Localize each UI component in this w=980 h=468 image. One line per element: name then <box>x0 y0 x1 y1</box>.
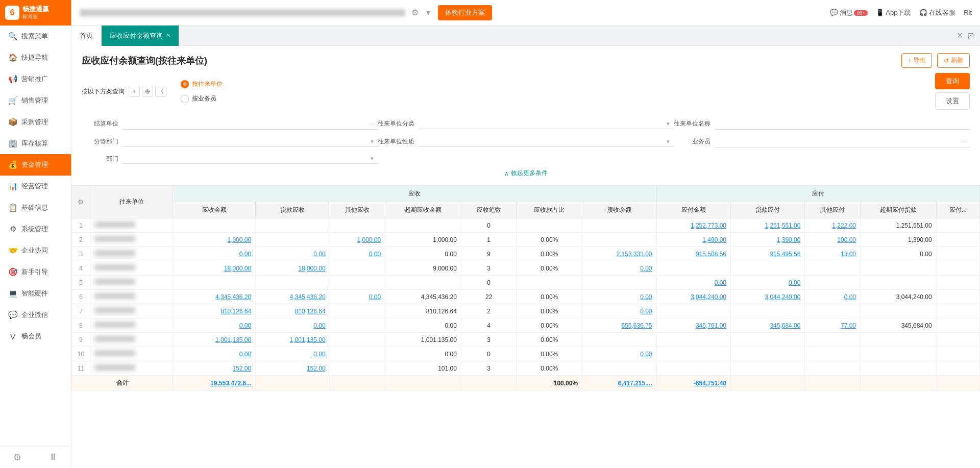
sidebar-bottom-pause[interactable]: ⏸ <box>48 452 58 463</box>
table-row: 64,345,436.204,345,436.200.004,345,436.2… <box>72 290 980 304</box>
table-area: ⚙ 往来单位 应收 应付 应收金额 贷款应收 其他应收 超期应收金额 应收笔数 … <box>71 185 980 468</box>
sidebar-item-inventory[interactable]: 🏢库存核算 <box>0 133 71 154</box>
tab-close-icon[interactable]: ✕ <box>166 32 170 39</box>
sidebar-item-system[interactable]: ⚙系统管理 <box>0 218 71 240</box>
setting-button[interactable]: 设置 <box>935 92 970 110</box>
filter-option-by-unit[interactable]: ⊕ 按往来单位 <box>176 78 228 90</box>
user-name[interactable]: Rit <box>964 9 972 16</box>
table-gear-icon[interactable]: ⚙ <box>78 198 84 206</box>
filter-collapse-button[interactable]: ∧ 收起更多条件 <box>82 167 970 180</box>
filter-settlement-label: 结算单位 <box>82 119 122 128</box>
filter-settlement-unit: 结算单位 ··· <box>82 115 378 133</box>
message-icon[interactable]: 💬 消息99+ <box>830 8 868 17</box>
th-ar-advance: 预收余额 <box>582 202 656 218</box>
sidebar-item-basic[interactable]: 📋基础信息 <box>0 197 71 218</box>
table-row: 91,001,135.001,001,135.001,001,135.0030.… <box>72 333 980 347</box>
page-actions: ↑ 导出 ↺ 刷新 <box>901 53 970 68</box>
filter-grid: 结算单位 ··· 往来单位分类 ▼ 往来单位名称 分管部 <box>82 115 970 167</box>
table-row: 21,000.001,000.001,000.0010.00%1,490.001… <box>72 233 980 247</box>
sidebar-logo: 6 畅捷通赢 标准版 <box>0 0 71 26</box>
solution-button[interactable]: 体验行业方案 <box>438 5 492 20</box>
table-row: 7810,126.64810,126.64810,126.6420.00%0.0… <box>72 304 980 318</box>
app-download[interactable]: 📱 App下载 <box>876 8 911 17</box>
filter-scheme-label: 按以下方案查询 <box>82 87 125 96</box>
search-icon: 🔍 <box>8 32 17 41</box>
hardware-icon: 💻 <box>8 289 17 298</box>
total-ap-other <box>805 376 861 391</box>
table-row: 101,252,773.001,251,551.001,222.001,251,… <box>72 218 980 233</box>
sidebar-label-corp: 企业协同 <box>21 246 48 255</box>
corp-icon: 🤝 <box>8 246 17 255</box>
finance-icon: 💰 <box>8 160 17 169</box>
inventory-icon: 🏢 <box>8 139 17 148</box>
topbar-gear-icon[interactable]: ⚙ <box>411 8 419 17</box>
total-ar-count <box>461 376 517 391</box>
filter-option-by-staff[interactable]: 按业务员 <box>176 92 228 105</box>
total-ap-overdue <box>861 376 937 391</box>
sidebar-bottom-gear[interactable]: ⚙ <box>13 452 21 463</box>
system-icon: ⚙ <box>8 225 17 234</box>
sidebar-nav: 🔍搜索菜单🏠快捷导航📢营销推广🛒销售管理📦采购管理🏢库存核算💰资金管理📊经营管理… <box>0 26 71 446</box>
online-service[interactable]: 🎧 在线客服 <box>919 8 956 17</box>
th-ap-other: 其他应付 <box>805 202 861 218</box>
sidebar-item-search[interactable]: 🔍搜索菜单 <box>0 26 71 47</box>
window-close-icon[interactable]: ✕ <box>957 31 963 40</box>
th-group-ar: 应收 <box>173 186 657 202</box>
refresh-button[interactable]: ↺ 刷新 <box>937 53 970 68</box>
sidebar-item-hardware[interactable]: 💻智能硬件 <box>0 283 71 304</box>
basic-icon: 📋 <box>8 203 17 212</box>
total-ap-loan <box>731 376 805 391</box>
th-ap-more: 应付... <box>936 202 979 218</box>
filter-option-unit-label: 按往来单位 <box>192 80 223 88</box>
tab-ar-ap[interactable]: 应收应付余额查询 ✕ <box>102 26 179 46</box>
sidebar-item-marketing[interactable]: 📢营销推广 <box>0 68 71 90</box>
th-ar-amount: 应收金额 <box>173 202 256 218</box>
filter-dept-select[interactable]: ▼ <box>122 137 378 147</box>
purchase-icon: 📦 <box>8 117 17 127</box>
sidebar-label-finance: 资金管理 <box>21 160 48 169</box>
sidebar-item-quick-nav[interactable]: 🏠快捷导航 <box>0 47 71 68</box>
filter-unit-category: 往来单位分类 ▼ <box>378 115 674 133</box>
filter-salesperson-label: 业务员 <box>674 137 715 146</box>
filter-dept-label: 分管部门 <box>82 137 122 146</box>
sidebar-item-member[interactable]: V畅会员 <box>0 326 71 347</box>
export-button[interactable]: ↑ 导出 <box>901 53 932 68</box>
total-ar-amount[interactable]: 19,553,472,6... <box>173 376 256 391</box>
table-row: 100.000.000.0000.00%0.00 <box>72 347 980 361</box>
query-button[interactable]: 查询 <box>935 73 970 89</box>
filter-unit-name-input[interactable] <box>715 118 970 130</box>
total-ar-advance[interactable]: 6,417,215.... <box>582 376 656 391</box>
th-ar-overdue: 超期应收金额 <box>385 202 461 218</box>
option-circle-icon <box>181 95 189 103</box>
tab-home[interactable]: 首页 <box>71 26 102 46</box>
filter-salesperson-input[interactable]: ··· <box>715 136 970 147</box>
sidebar-label-purchase: 采购管理 <box>21 117 48 127</box>
filter-scheme-icons: + ⊕ 《 <box>129 86 166 97</box>
filter-unit-category-select[interactable]: ▼ <box>419 119 674 129</box>
sidebar-item-operation[interactable]: 📊经营管理 <box>0 176 71 197</box>
page-header: 应收应付余额查询(按往来单位) ↑ 导出 ↺ 刷新 <box>71 46 980 73</box>
filter-settlement-input[interactable]: ··· <box>122 118 378 130</box>
scheme-settings-icon[interactable]: ⊕ <box>142 86 153 97</box>
window-expand-icon[interactable]: ⊡ <box>967 31 974 40</box>
tab-home-label: 首页 <box>80 31 93 40</box>
filter-unit-nature-select[interactable]: ▼ <box>419 137 674 147</box>
sidebar-item-sales[interactable]: 🛒销售管理 <box>0 90 71 111</box>
sidebar-item-wechat[interactable]: 💬企业微信 <box>0 304 71 326</box>
filter-unit-category-label: 往来单位分类 <box>378 119 419 128</box>
sidebar-item-corp[interactable]: 🤝企业协同 <box>0 240 71 261</box>
sidebar-item-purchase[interactable]: 📦采购管理 <box>0 111 71 133</box>
scheme-collapse-icon[interactable]: 《 <box>155 86 166 97</box>
sidebar-item-guide[interactable]: 🎯新手引导 <box>0 261 71 283</box>
filter-department-select[interactable]: ▼ <box>122 154 378 164</box>
scheme-add-icon[interactable]: + <box>129 86 140 97</box>
total-ap-amount[interactable]: -654,751.40 <box>656 376 730 391</box>
export-icon: ↑ <box>908 57 911 64</box>
query-buttons: 查询 设置 <box>935 73 970 110</box>
tab-ar-ap-label: 应收应付余额查询 <box>110 31 163 40</box>
table-row: 30.000.000.000.0090.00%2,153,333.00915,5… <box>72 247 980 261</box>
total-ar-overdue <box>385 376 461 391</box>
filter-option-staff-label: 按业务员 <box>192 94 216 103</box>
filter-options: ⊕ 按往来单位 按业务员 <box>176 78 228 105</box>
sidebar-item-finance[interactable]: 💰资金管理 <box>0 154 71 176</box>
